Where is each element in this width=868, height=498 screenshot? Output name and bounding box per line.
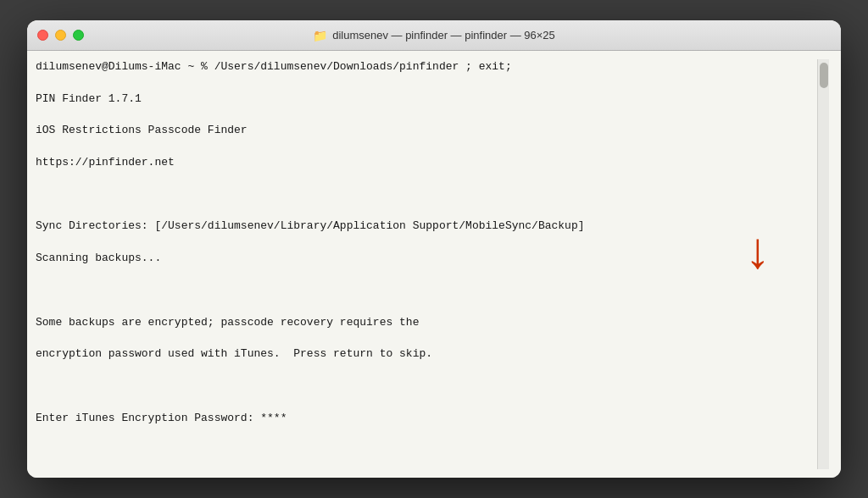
minimize-button[interactable] — [55, 30, 66, 41]
down-arrow-icon: ↓ — [743, 229, 773, 279]
line-9: Some backups are encrypted; passcode rec… — [36, 315, 817, 331]
traffic-lights — [37, 30, 84, 41]
terminal-output: dilumsenev@Dilums-iMac ~ % /Users/dilums… — [36, 59, 817, 469]
terminal-body[interactable]: dilumsenev@Dilums-iMac ~ % /Users/dilums… — [27, 51, 841, 478]
line-11 — [36, 379, 817, 395]
line-7: Scanning backups... — [36, 251, 817, 267]
title-area: 📁 dilumsenev — pinfinder — pinfinder — 9… — [313, 29, 555, 42]
close-button[interactable] — [37, 30, 48, 41]
line-10: encryption password used with iTunes. Pr… — [36, 346, 817, 362]
line-3: iOS Restrictions Passcode Finder — [36, 123, 817, 139]
terminal-content: dilumsenev@Dilums-iMac ~ % /Users/dilums… — [36, 59, 817, 469]
folder-icon: 📁 — [313, 29, 327, 42]
window-title: dilumsenev — pinfinder — pinfinder — 96×… — [332, 29, 555, 42]
terminal-window: 📁 dilumsenev — pinfinder — pinfinder — 9… — [27, 20, 841, 478]
scrollbar-thumb[interactable] — [820, 63, 828, 88]
maximize-button[interactable] — [73, 30, 84, 41]
line-8 — [36, 283, 817, 299]
arrow-annotation: ↓ — [743, 229, 773, 279]
line-6: Sync Directories: [/Users/dilumsenev/Lib… — [36, 219, 817, 235]
line-1: dilumsenev@Dilums-iMac ~ % /Users/dilums… — [36, 59, 817, 75]
line-4: https://pinfinder.net — [36, 155, 817, 171]
line-12: Enter iTunes Encryption Password: **** — [36, 411, 817, 427]
titlebar: 📁 dilumsenev — pinfinder — pinfinder — 9… — [27, 20, 841, 51]
line-2: PIN Finder 1.7.1 — [36, 91, 817, 108]
line-5 — [36, 187, 817, 203]
terminal-scrollbar[interactable] — [817, 59, 829, 469]
line-13 — [36, 442, 817, 458]
